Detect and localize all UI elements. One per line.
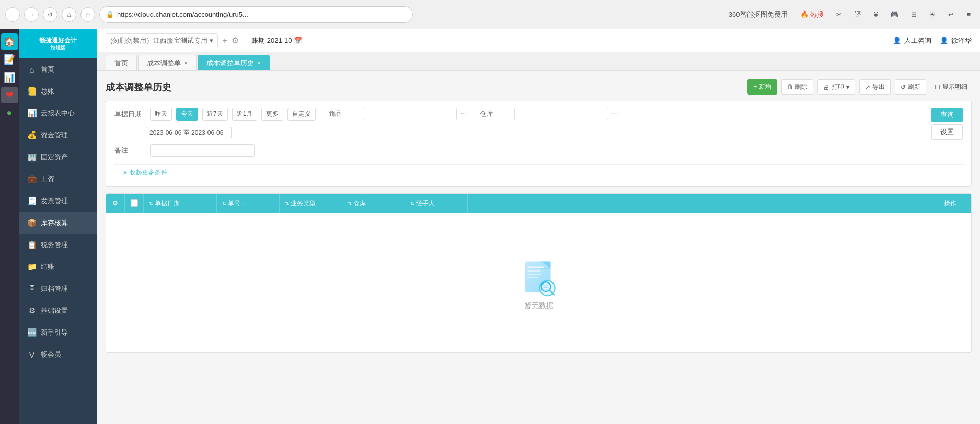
th-warehouse[interactable]: ⇅ 仓库	[342, 194, 405, 213]
funds-icon: 💰	[27, 131, 37, 140]
sidebar-item-reports[interactable]: 📊 云报表中心	[19, 102, 97, 124]
settings-tab-icon[interactable]: ⚙	[232, 36, 239, 45]
menu-toolbar-item[interactable]: ≡	[962, 8, 975, 20]
filter-date-more[interactable]: 更多	[261, 108, 283, 121]
filter-note-row: 备注	[114, 144, 963, 157]
goods-dots[interactable]: ···	[460, 109, 467, 119]
company-selector[interactable]: (勿删勿禁用）江西服宝测试专用 ▾	[106, 33, 218, 48]
print-dropdown-icon: ▾	[846, 84, 849, 91]
sidebar-item-invoice[interactable]: 🧾 发票管理	[19, 190, 97, 212]
add-tab-button[interactable]: +	[222, 36, 227, 45]
search-toolbar-item[interactable]: 360智能抠图免费用	[724, 8, 792, 21]
note-filter-input[interactable]	[150, 144, 255, 157]
show-detail-toggle[interactable]: ☐ 显示明细	[930, 80, 972, 94]
sidebar-item-tax[interactable]: 📋 税务管理	[19, 234, 97, 256]
th-type[interactable]: ⇅ 业务类型	[280, 194, 342, 213]
th-sort-icon-date: ⇅	[149, 201, 153, 206]
th-gear[interactable]: ⚙	[106, 194, 125, 213]
sidebar-item-archive[interactable]: 🗄 归档管理	[19, 278, 97, 300]
ledger-icon: 📒	[27, 87, 37, 96]
back-button[interactable]: ←	[5, 7, 20, 22]
warehouse-dots[interactable]: ···	[612, 109, 618, 119]
translate-toolbar-item[interactable]: 译	[850, 8, 866, 21]
user-profile[interactable]: 👤 徐泽华	[940, 36, 972, 45]
home-button[interactable]: ⌂	[62, 7, 76, 22]
new-button[interactable]: + 新增	[747, 79, 777, 95]
filter-date-7days[interactable]: 近7天	[202, 108, 228, 121]
sidebar-item-funds[interactable]: 💰 资金管理	[19, 124, 97, 146]
tab-home[interactable]: 首页	[106, 55, 137, 70]
reports-icon: 📊	[27, 109, 37, 118]
sidebar-item-payroll[interactable]: 💼 工资	[19, 168, 97, 190]
checkbox-icon: ☐	[935, 84, 940, 91]
refresh-button[interactable]: ↺ 刷新	[895, 79, 926, 95]
th-date[interactable]: ⇅ 单据日期	[144, 194, 217, 213]
sidebar-item-member[interactable]: V 畅会员	[19, 344, 97, 366]
warehouse-filter-input[interactable]	[514, 108, 608, 120]
th-person[interactable]: ⇅ 经手人	[405, 194, 468, 213]
refresh-button[interactable]: ↺	[43, 7, 57, 22]
sidebar-item-settings[interactable]: ⚙ 基础设置	[19, 300, 97, 322]
url-bar[interactable]: 🔒 https://cloud.chanjet.com/accounting/u…	[99, 6, 413, 23]
wallet-toolbar-item[interactable]: ¥	[870, 8, 882, 20]
game-toolbar-item[interactable]: 🎮	[886, 8, 903, 20]
rail-item-4[interactable]: ❤	[1, 87, 18, 103]
grid-toolbar-item[interactable]: ⊞	[907, 8, 921, 20]
tab-cost-adjust-history-close[interactable]: ×	[257, 60, 261, 67]
date-filter-label: 单据日期	[114, 110, 146, 119]
empty-state: 暂无数据	[106, 213, 971, 352]
export-button[interactable]: ↗ 导出	[859, 79, 891, 95]
collapse-filter-button[interactable]: ∧ 收起更多条件	[114, 164, 963, 180]
select-all-checkbox[interactable]	[131, 199, 138, 207]
set-button[interactable]: 设置	[931, 124, 963, 140]
export-icon: ↗	[865, 84, 870, 91]
print-button[interactable]: 🖨 打印 ▾	[817, 79, 855, 95]
tab-cost-adjust-label: 成本调整单	[147, 58, 181, 68]
tab-cost-adjust-history[interactable]: 成本调整单历史 ×	[198, 55, 270, 70]
th-sort-icon-person: ⇅	[410, 201, 414, 206]
tab-cost-adjust[interactable]: 成本调整单 ×	[138, 55, 197, 70]
payroll-icon: 💼	[27, 174, 37, 184]
svg-rect-3	[527, 274, 541, 275]
sidebar-logo: 畅捷通好会计 旗舰版	[19, 29, 97, 58]
th-num[interactable]: ⇅ 单号...	[217, 194, 280, 213]
sidebar-item-home[interactable]: ⌂ 首页	[19, 58, 97, 80]
table-container: ⚙ ⇅ 单据日期 ⇅ 单号... ⇅ 业务类型	[106, 193, 972, 353]
sidebar-item-period-end[interactable]: 📁 结账	[19, 256, 97, 278]
rail-item-5[interactable]: ●	[1, 104, 18, 121]
refresh-icon: ↺	[901, 84, 906, 91]
browser-toolbar-right: 360智能抠图免费用 🔥 热搜 ✂ 译 ¥ 🎮 ⊞ ☀ ↩ ≡	[724, 8, 975, 21]
rail-item-active[interactable]: 🏠	[1, 33, 18, 50]
filter-date-1month[interactable]: 近1月	[232, 108, 258, 121]
cut-toolbar-item[interactable]: ✂	[832, 8, 846, 20]
goods-filter-input[interactable]	[363, 108, 457, 120]
undo-toolbar-item[interactable]: ↩	[944, 8, 958, 20]
filter-date-today[interactable]: 今天	[176, 108, 198, 121]
filter-date-range-input[interactable]	[146, 127, 232, 138]
rail-item-3[interactable]: 📊	[1, 69, 18, 86]
filter-date-yesterday[interactable]: 昨天	[150, 108, 172, 121]
th-warehouse-label: 仓库	[353, 199, 366, 208]
browser-chrome: ← → ↺ ⌂ ☆ 🔒 https://cloud.chanjet.com/ac…	[0, 0, 980, 29]
tab-cost-adjust-close[interactable]: ×	[184, 60, 188, 67]
filter-date-custom[interactable]: 自定义	[287, 108, 316, 121]
hot-search-item[interactable]: 🔥 热搜	[796, 8, 828, 21]
goods-filter-label: 商品	[328, 109, 360, 119]
sidebar-item-guide[interactable]: 🆕 新手引导	[19, 322, 97, 344]
sidebar-item-inventory[interactable]: 📦 库存核算	[19, 212, 97, 234]
sidebar-item-general-ledger[interactable]: 📒 总账	[19, 80, 97, 102]
th-check[interactable]	[125, 194, 144, 213]
page-title-row: 成本调整单历史 + 新增 🗑 删除 🖨 打印 ▾ ↗ 导出 ↺	[106, 79, 972, 95]
filter-area: 单据日期 昨天 今天 近7天 近1月 更多 自定义	[106, 101, 972, 187]
rail-item-2[interactable]: 📝	[1, 51, 18, 68]
delete-button[interactable]: 🗑 删除	[781, 79, 813, 95]
service-button[interactable]: 👤 人工咨询	[893, 36, 931, 45]
th-num-label: 单号...	[228, 199, 246, 208]
filter-date-range-row	[114, 127, 316, 138]
period-selector[interactable]: 账期 2021-10 📅	[251, 36, 303, 45]
sidebar-item-fixed-assets[interactable]: 🏢 固定资产	[19, 146, 97, 168]
sun-toolbar-item[interactable]: ☀	[925, 8, 940, 20]
forward-button[interactable]: →	[24, 7, 39, 22]
query-button[interactable]: 查询	[931, 108, 963, 122]
star-button[interactable]: ☆	[80, 7, 95, 22]
